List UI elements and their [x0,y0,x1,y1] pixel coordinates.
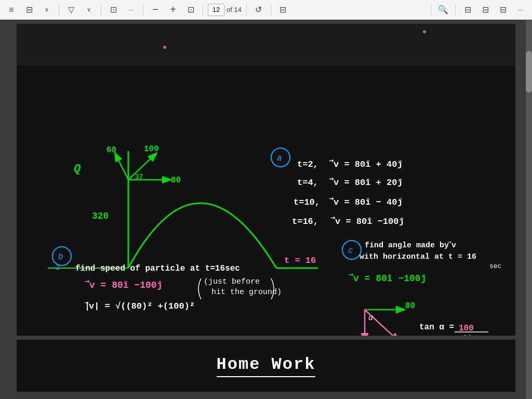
split-view-button[interactable]: ⊟ [276,3,290,17]
divider-1 [59,4,59,16]
svg-text:37: 37 [135,173,143,181]
svg-text:100: 100 [459,324,474,333]
more-right-button[interactable]: ··· [513,3,528,17]
svg-text:⃗v = 80î −100ĵ: ⃗v = 80î −100ĵ [349,273,426,284]
divider-6 [271,4,271,16]
svg-text:60: 60 [107,145,116,155]
chevron-down-2-icon[interactable]: ∨ [82,3,96,17]
svg-text:t = 16: t = 16 [284,256,316,265]
svg-text:⃗v = 80î −100ĵ: ⃗v = 80î −100ĵ [85,280,162,290]
page-view-button[interactable]: ⊡ [106,3,121,17]
divider-5 [246,4,247,16]
svg-text:hit the ground): hit the ground) [211,288,282,297]
divider-7 [431,4,431,16]
svg-text:t=10,: t=10, [294,197,320,207]
svg-text:80: 80 [405,301,415,311]
svg-text:⃗v = 80î + 20ĵ: ⃗v = 80î + 20ĵ [329,178,403,188]
list-tool-button[interactable]: ≡ [4,3,19,17]
svg-text:80: 80 [462,334,472,336]
scrollbar[interactable] [526,20,532,399]
svg-text:⃗v = 80î − 40ĵ: ⃗v = 80î − 40ĵ [329,197,403,207]
divider-3 [143,4,143,16]
bookmark-tool-button[interactable]: ⊟ [22,3,36,17]
filter-tool-button[interactable]: ▽ [64,3,78,17]
chevron-down-1-icon[interactable]: ∨ [39,3,54,17]
svg-text:with horizontal at t = 16: with horizontal at t = 16 [360,252,476,261]
toolbar: ≡ ⊟ ∨ ▽ ∨ ⊡ ··· − + ⊡ 12 of 14 ↺ ⊟ 🔍 ⊟ ⊟… [0,0,532,20]
svg-text:b: b [58,252,63,262]
page-bottom-strip: Home Work [17,340,515,392]
svg-text:|⃗v| = √((80)² +(100)²: |⃗v| = √((80)² +(100)² [85,301,195,311]
svg-text:(just before: (just before [204,277,260,286]
svg-text:t=2,: t=2, [297,159,318,169]
divider-8 [455,4,456,16]
zoom-out-button[interactable]: − [148,3,163,17]
svg-text:⃗v = 80î + 40ĵ: ⃗v = 80î + 40ĵ [329,159,403,169]
zoom-in-button[interactable]: + [166,3,180,17]
content-svg: 320 t = 16 80 100 60 37 Q a t=2, ⃗v = 80 [17,65,515,336]
homework-title: Home Work [217,355,316,377]
page-navigation: 12 of 14 [208,4,242,16]
svg-point-0 [163,46,166,49]
page-total-label: of 14 [227,6,242,14]
more-options-button[interactable]: ··· [124,3,138,17]
svg-text:α: α [368,314,374,323]
svg-text:t=4,: t=4, [297,178,318,188]
svg-text:a: a [277,154,282,163]
divider-4 [203,4,203,16]
svg-text:2: 2 [56,263,60,272]
svg-text:100: 100 [144,144,159,154]
main-content: 320 t = 16 80 100 60 37 Q a t=2, ⃗v = 80 [0,20,532,399]
svg-text:find speed of particle at t=16: find speed of particle at t=16sec [75,264,240,273]
scrollbar-thumb[interactable] [526,51,532,92]
svg-text:find angle made by ⃗v: find angle made by ⃗v [365,241,456,250]
page-top-strip [17,24,515,65]
rotate-button[interactable]: ↺ [251,3,266,17]
save-button[interactable]: ⊟ [478,3,493,17]
svg-text:t=16,: t=16, [292,217,318,227]
svg-text:sec: sec [489,262,501,270]
page-number-input[interactable]: 12 [208,4,224,16]
search-button[interactable]: 🔍 [436,3,450,17]
svg-text:Q: Q [74,163,81,176]
svg-point-1 [423,30,426,33]
svg-text:⃗v = 80î −100ĵ: ⃗v = 80î −100ĵ [331,217,404,227]
svg-text:320: 320 [92,211,109,221]
fit-page-button[interactable]: ⊡ [183,3,198,17]
svg-text:tan α =: tan α = [419,323,454,332]
svg-text:80: 80 [171,176,181,185]
svg-text:c: c [348,246,353,256]
divider-2 [101,4,101,16]
page-content: 320 t = 16 80 100 60 37 Q a t=2, ⃗v = 80 [17,65,515,336]
share-button[interactable]: ⊟ [496,3,510,17]
print-button[interactable]: ⊟ [460,3,475,17]
